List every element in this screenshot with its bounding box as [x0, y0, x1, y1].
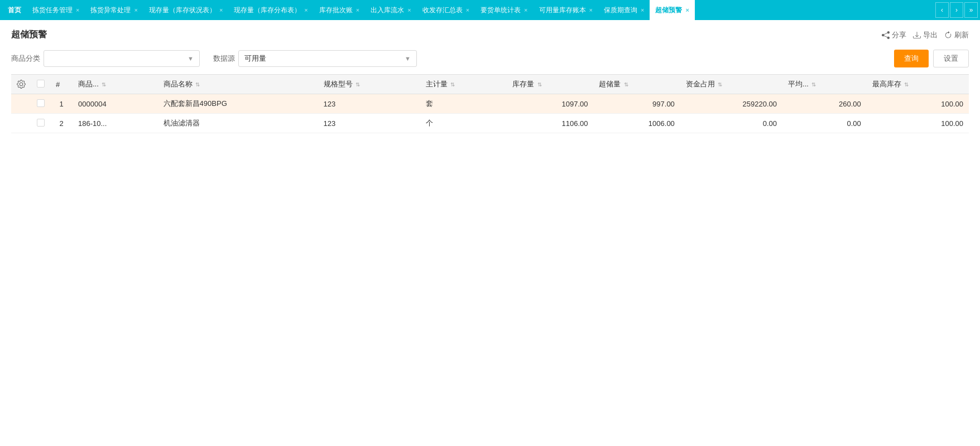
row-settings-cell: [11, 114, 31, 133]
tab-close-icon[interactable]: ×: [304, 7, 308, 13]
row-spec: 123: [318, 114, 420, 133]
table-row: 1 0000004 六配套新昌490BPG 123 套 1097.00 997.…: [11, 94, 969, 114]
tab-label: 超储预警: [655, 6, 682, 15]
sort-icon: ⇅: [450, 81, 455, 88]
tab-close-icon[interactable]: ×: [524, 7, 527, 13]
row-product-name: 六配套新昌490BPG: [158, 94, 318, 114]
tab-close-icon[interactable]: ×: [589, 7, 593, 13]
home-label: 首页: [8, 6, 21, 15]
table-body: 1 0000004 六配套新昌490BPG 123 套 1097.00 997.…: [11, 94, 969, 133]
row-avg: 260.00: [782, 94, 867, 114]
chevron-down-icon: ▼: [405, 55, 411, 62]
data-table: # 商品... ⇅ 商品名称 ⇅ 规格型号 ⇅ 主计量 ⇅: [11, 74, 969, 133]
share-icon: [882, 31, 890, 39]
tab-label: 收发存汇总表: [422, 6, 463, 15]
col-header-unit[interactable]: 主计量 ⇅: [420, 75, 507, 94]
tab-close-icon[interactable]: ×: [76, 7, 79, 13]
tab-label: 现存量（库存分布表）: [234, 6, 301, 15]
tab-close-icon[interactable]: ×: [407, 7, 411, 13]
row-avg: 0.00: [782, 114, 867, 133]
nav-tab-5[interactable]: 库存批次账 ×: [314, 0, 365, 20]
row-checkbox[interactable]: [37, 99, 45, 107]
col-header-stock[interactable]: 库存量 ⇅: [507, 75, 593, 94]
nav-tab-6[interactable]: 出入库流水 ×: [365, 0, 416, 20]
filter-action-buttons: 查询 设置: [894, 50, 969, 67]
tab-close-icon[interactable]: ×: [685, 7, 689, 13]
datasource-value: 可用量: [244, 54, 266, 64]
nav-tab-home[interactable]: 首页: [2, 0, 27, 20]
tab-close-icon[interactable]: ×: [134, 7, 137, 13]
sort-icon: ⇅: [624, 81, 628, 88]
col-header-checkbox[interactable]: [31, 75, 50, 94]
sort-icon: ⇅: [102, 81, 106, 88]
sort-icon: ⇅: [537, 81, 542, 88]
table-header: # 商品... ⇅ 商品名称 ⇅ 规格型号 ⇅ 主计量 ⇅: [11, 75, 969, 94]
col-header-avg[interactable]: 平均... ⇅: [782, 75, 867, 94]
refresh-icon: [944, 31, 952, 39]
nav-tab-11[interactable]: 超储预警 ×: [650, 0, 694, 20]
table-row: 2 186-10... 机油滤清器 123 个 1106.00 1006.00 …: [11, 114, 969, 133]
share-button[interactable]: 分享: [882, 30, 906, 40]
row-spec: 123: [318, 94, 420, 114]
nav-tab-4[interactable]: 现存量（库存分布表） ×: [228, 0, 313, 20]
nav-tab-9[interactable]: 可用量库存账本 ×: [534, 0, 598, 20]
page-content: 超储预警 分享 导出 刷新: [0, 20, 980, 446]
col-header-product-code[interactable]: 商品... ⇅: [73, 75, 158, 94]
header-actions: 分享 导出 刷新: [882, 30, 969, 40]
sort-icon: ⇅: [356, 81, 360, 88]
row-product-code: 186-10...: [73, 114, 158, 133]
nav-prev-button[interactable]: ‹: [935, 2, 949, 18]
row-overstock: 1006.00: [593, 114, 680, 133]
nav-tab-7[interactable]: 收发存汇总表 ×: [417, 0, 475, 20]
row-max-stock: 100.00: [867, 94, 969, 114]
nav-tab-3[interactable]: 现存量（库存状况表） ×: [143, 0, 228, 20]
row-checkbox-cell[interactable]: [31, 114, 50, 133]
datasource-select[interactable]: 可用量 ▼: [238, 50, 417, 67]
row-capital: 259220.00: [680, 94, 782, 114]
nav-expand-button[interactable]: »: [964, 2, 978, 18]
tab-close-icon[interactable]: ×: [219, 7, 223, 13]
tab-label: 拣货异常处理: [90, 6, 131, 15]
col-header-capital[interactable]: 资金占用 ⇅: [680, 75, 782, 94]
tab-label: 保质期查询: [604, 6, 637, 15]
nav-tab-2[interactable]: 拣货异常处理 ×: [85, 0, 143, 20]
tab-label: 库存批次账: [319, 6, 353, 15]
share-label: 分享: [892, 30, 906, 40]
nav-tab-8[interactable]: 要货单统计表 ×: [475, 0, 533, 20]
select-all-checkbox[interactable]: [37, 80, 45, 88]
product-category-select[interactable]: ▼: [44, 50, 200, 67]
col-header-index: #: [50, 75, 73, 94]
settings-button[interactable]: 设置: [933, 50, 969, 67]
row-index: 1: [50, 94, 73, 114]
export-label: 导出: [923, 30, 938, 40]
product-category-label: 商品分类: [11, 54, 40, 64]
tab-label: 现存量（库存状况表）: [149, 6, 216, 15]
nav-tab-10[interactable]: 保质期查询 ×: [598, 0, 650, 20]
sort-icon: ⇅: [904, 81, 909, 88]
row-stock: 1106.00: [507, 114, 593, 133]
nav-arrows: ‹ › »: [935, 2, 978, 18]
page-title: 超储预警: [11, 29, 47, 41]
row-checkbox-cell[interactable]: [31, 94, 50, 114]
query-button[interactable]: 查询: [894, 50, 929, 67]
product-category-filter: 商品分类 ▼: [11, 50, 200, 67]
row-index: 2: [50, 114, 73, 133]
refresh-button[interactable]: 刷新: [944, 30, 969, 40]
row-max-stock: 100.00: [867, 114, 969, 133]
nav-next-button[interactable]: ›: [950, 2, 963, 18]
tab-label: 要货单统计表: [481, 6, 521, 15]
nav-tab-1[interactable]: 拣货任务管理 ×: [27, 0, 85, 20]
tab-close-icon[interactable]: ×: [641, 7, 644, 13]
col-header-spec[interactable]: 规格型号 ⇅: [318, 75, 420, 94]
tab-close-icon[interactable]: ×: [356, 7, 359, 13]
col-header-product-name[interactable]: 商品名称 ⇅: [158, 75, 318, 94]
export-button[interactable]: 导出: [913, 30, 938, 40]
gear-icon: [17, 80, 26, 89]
col-header-overstock[interactable]: 超储量 ⇅: [593, 75, 680, 94]
row-checkbox[interactable]: [37, 119, 45, 127]
col-header-max-stock[interactable]: 最高库存 ⇅: [867, 75, 969, 94]
datasource-label: 数据源: [213, 54, 235, 64]
filter-bar: 商品分类 ▼ 数据源 可用量 ▼ 查询 设置: [11, 50, 969, 67]
col-header-settings[interactable]: [11, 75, 31, 94]
tab-close-icon[interactable]: ×: [466, 7, 469, 13]
